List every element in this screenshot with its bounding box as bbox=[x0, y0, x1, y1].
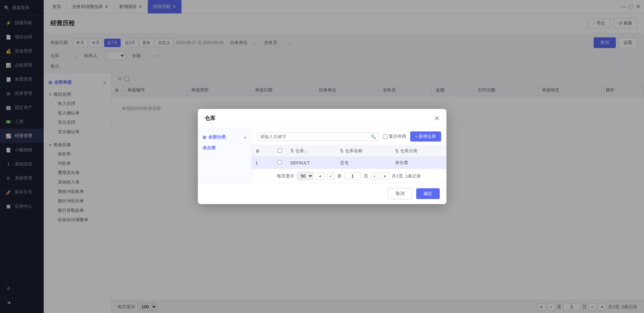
modal-close-btn[interactable]: ✕ bbox=[434, 114, 440, 122]
modal-grid-icon: ⊞ bbox=[203, 135, 206, 140]
add-warehouse-button[interactable]: + 新增仓库 bbox=[410, 131, 441, 142]
modal-toolbar: 🔍 显示停用 + 新增仓库 bbox=[252, 128, 446, 145]
warehouse-modal: 仓库 ✕ ⊞ 全部分类 « 未分类 🔍 bbox=[198, 109, 446, 204]
sort-icon: ⇅ bbox=[395, 148, 399, 153]
row-id-cell: 1 bbox=[252, 157, 273, 169]
show-disabled-label: 显示停用 bbox=[389, 133, 406, 140]
modal-left-header[interactable]: ⊞ 全部分类 « bbox=[198, 132, 251, 142]
disabled-checkbox-input[interactable] bbox=[383, 134, 387, 139]
modal-per-page-select[interactable]: 50 bbox=[297, 172, 313, 180]
col-label: 仓库分类 bbox=[400, 148, 418, 153]
modal-table: ⚙ ⇅ 仓库... ⇅ 仓库名称 bbox=[252, 145, 446, 169]
row-checkbox[interactable] bbox=[277, 160, 282, 164]
modal-right-panel: 🔍 显示停用 + 新增仓库 ⚙ bbox=[252, 128, 446, 183]
modal-select-all[interactable] bbox=[277, 148, 282, 153]
modal-header-row: ⚙ ⇅ 仓库... ⇅ 仓库名称 bbox=[252, 145, 446, 157]
modal-header: 仓库 ✕ bbox=[198, 109, 446, 128]
modal-footer: 取消 确定 bbox=[198, 183, 446, 204]
cancel-button[interactable]: 取消 bbox=[388, 188, 412, 199]
modal-page-input[interactable] bbox=[344, 172, 361, 180]
modal-prev-btn[interactable]: ‹ bbox=[327, 172, 335, 180]
table-row[interactable]: 1 DEFAULT 总仓 未分类 bbox=[252, 157, 446, 169]
modal-th-code[interactable]: ⇅ 仓库... bbox=[286, 145, 336, 157]
modal-last-btn[interactable]: » bbox=[381, 172, 389, 180]
modal-first-btn[interactable]: « bbox=[316, 172, 325, 180]
gear-icon: ⚙ bbox=[256, 149, 260, 154]
modal-th-gear[interactable]: ⚙ bbox=[252, 145, 273, 157]
modal-per-page-label: 每页显示 bbox=[277, 173, 294, 179]
modal-table-area: ⚙ ⇅ 仓库... ⇅ 仓库名称 bbox=[252, 145, 446, 169]
modal-pagination: 每页显示 50 « ‹ 第 页 › » 共1页, 1条记录 bbox=[252, 169, 446, 183]
modal-th-category[interactable]: ⇅ 仓库分类 bbox=[391, 145, 446, 157]
sort-icon: ⇅ bbox=[290, 148, 294, 153]
row-check-cell[interactable] bbox=[273, 157, 286, 169]
modal-th-check bbox=[273, 145, 286, 157]
modal-next-btn[interactable]: › bbox=[371, 172, 378, 180]
modal-search-icon: 🔍 bbox=[371, 134, 376, 139]
modal-collapse-icon[interactable]: « bbox=[244, 135, 246, 140]
modal-page-end: 页 bbox=[364, 173, 368, 179]
modal-body: ⊞ 全部分类 « 未分类 🔍 显示停用 + 新增仓库 bbox=[198, 128, 446, 183]
show-disabled-checkbox[interactable]: 显示停用 bbox=[383, 133, 406, 140]
modal-title: 仓库 bbox=[205, 115, 215, 122]
modal-uncategorized-item[interactable]: 未分类 bbox=[198, 142, 251, 154]
modal-left-panel: ⊞ 全部分类 « 未分类 bbox=[198, 128, 252, 183]
modal-all-label: 全部分类 bbox=[208, 134, 226, 140]
row-name-cell: 总仓 bbox=[336, 157, 391, 169]
modal-search-input[interactable] bbox=[260, 134, 369, 139]
row-code-cell: DEFAULT bbox=[286, 157, 336, 169]
modal-total-info: 共1页, 1条记录 bbox=[392, 173, 421, 179]
modal-search-box[interactable]: 🔍 bbox=[257, 132, 379, 141]
modal-overlay: 仓库 ✕ ⊞ 全部分类 « 未分类 🔍 bbox=[0, 0, 644, 313]
modal-th-name[interactable]: ⇅ 仓库名称 bbox=[336, 145, 391, 157]
col-label: 仓库... bbox=[295, 148, 308, 153]
confirm-button[interactable]: 确定 bbox=[416, 188, 440, 199]
row-category-cell: 未分类 bbox=[391, 157, 446, 169]
modal-page-label: 第 bbox=[337, 173, 342, 179]
sort-icon: ⇅ bbox=[340, 148, 344, 153]
col-label: 仓库名称 bbox=[345, 148, 362, 153]
